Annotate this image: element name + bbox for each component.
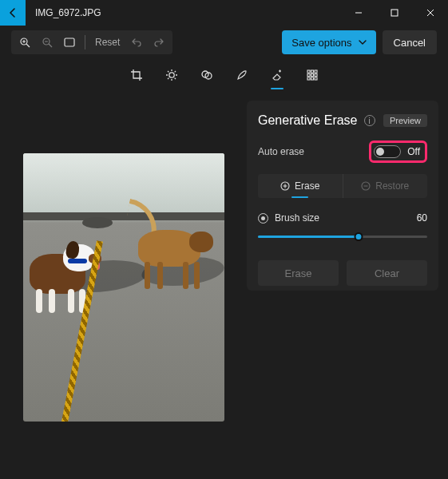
clear-action-button: Clear [347, 260, 427, 286]
filter-tool-icon[interactable] [199, 67, 215, 83]
tab-restore-label: Restore [375, 180, 409, 192]
svg-rect-23 [307, 70, 310, 73]
reset-button[interactable]: Reset [92, 37, 123, 48]
auto-erase-toggle[interactable] [374, 145, 401, 158]
auto-erase-state: Off [407, 146, 420, 157]
svg-line-17 [168, 78, 168, 79]
brush-size-label: Brush size [275, 212, 319, 224]
svg-rect-25 [315, 70, 317, 73]
zoom-in-icon[interactable] [16, 34, 34, 51]
back-button[interactable] [0, 0, 26, 26]
window-title: IMG_6972.JPG [35, 7, 101, 18]
erase-restore-tabs: Erase Restore [258, 174, 427, 198]
titlebar: IMG_6972.JPG [0, 0, 448, 26]
panel-title: Generative Erase [258, 113, 358, 128]
close-button[interactable] [412, 0, 448, 26]
svg-rect-1 [391, 10, 398, 16]
erase-action-button: Erase [258, 260, 339, 286]
svg-line-16 [174, 78, 175, 79]
svg-rect-27 [311, 74, 313, 77]
svg-rect-29 [307, 77, 310, 80]
edit-tools-strip [0, 59, 448, 91]
svg-rect-31 [315, 77, 317, 80]
tab-erase-label: Erase [295, 180, 319, 192]
save-options-label: Save options [291, 37, 351, 49]
svg-line-18 [174, 71, 175, 72]
crop-tool-icon[interactable] [129, 67, 145, 83]
canvas-column [0, 91, 247, 479]
svg-rect-26 [307, 74, 310, 77]
tab-restore: Restore [343, 174, 428, 198]
separator [85, 35, 85, 49]
adjust-tool-icon[interactable] [164, 67, 180, 83]
svg-line-7 [49, 44, 52, 47]
erase-tool-icon[interactable] [269, 67, 285, 83]
top-toolbar: Reset Save options Cancel [0, 26, 448, 59]
svg-rect-24 [311, 70, 313, 73]
svg-rect-28 [315, 74, 317, 77]
window-controls [340, 0, 448, 26]
undo-icon[interactable] [128, 34, 145, 51]
plus-circle-icon [280, 181, 290, 191]
background-tool-icon[interactable] [304, 67, 320, 83]
generative-erase-panel: Generative Erase i Preview Auto erase Of… [247, 101, 438, 291]
markup-tool-icon[interactable] [234, 67, 250, 83]
tab-erase[interactable]: Erase [258, 174, 343, 198]
minus-circle-icon [361, 181, 371, 191]
redo-icon[interactable] [150, 34, 168, 51]
info-icon[interactable]: i [364, 115, 375, 126]
brush-size-slider[interactable] [258, 232, 427, 243]
main-area: Generative Erase i Preview Auto erase Of… [0, 91, 448, 479]
brush-size-value: 60 [417, 212, 427, 224]
zoom-reset-group: Reset [11, 30, 172, 54]
cancel-button[interactable]: Cancel [383, 30, 437, 54]
svg-point-10 [168, 73, 173, 77]
svg-line-3 [26, 44, 30, 47]
svg-rect-9 [65, 38, 74, 46]
auto-erase-highlight: Off [369, 141, 427, 163]
minimize-button[interactable] [340, 0, 376, 26]
svg-line-15 [168, 71, 168, 72]
image-canvas[interactable] [23, 153, 224, 422]
brush-size-icon [258, 213, 268, 224]
svg-rect-30 [311, 77, 313, 80]
chevron-down-icon [359, 40, 367, 45]
preview-badge: Preview [383, 114, 427, 127]
zoom-out-icon[interactable] [38, 34, 56, 51]
auto-erase-label: Auto erase [258, 146, 304, 157]
maximize-button[interactable] [376, 0, 412, 26]
save-options-button[interactable]: Save options [282, 30, 375, 54]
fit-screen-icon[interactable] [61, 34, 78, 51]
